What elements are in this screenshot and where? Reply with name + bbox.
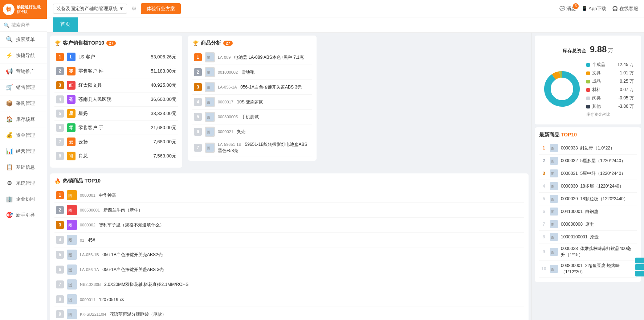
product-scroll-list: 1 图 LA-089 电池盖 LA-089 ABS本色+黑种 7.1克 2 图 … [192, 50, 312, 156]
sidebar-logo: 畅 畅捷通好生意 标准版 [0, 0, 47, 19]
product-scroll-badge: 27 [223, 41, 233, 46]
product-scroll-card: 🏆 商品分析 27 1 图 LA-089 电池盖 LA-089 ABS本色+黑种… [188, 36, 317, 161]
product-info: NB2.0X30B 2.0X30MM双搓花轴.搓花直径2.1MM/ROHS [80, 282, 523, 288]
online-service-button[interactable]: 🎧 在线客服 [612, 5, 638, 12]
newest-product-info: 10000100001 原壶 [561, 234, 635, 240]
newest-product-item: 2 图 0000032 5厘多层（1220*2440） [539, 155, 637, 167]
customer-amount: 36,600.00元 [151, 96, 176, 103]
sidebar-item-guide[interactable]: 🎯新手引导 [0, 207, 47, 223]
legend-item: 肉类 -0.05 万 [586, 95, 634, 101]
product-name: 新西兰牛肉（新牛） [103, 208, 143, 213]
product-image: 图 [205, 112, 215, 122]
customer-rank-item: 2 零 零售客户·许 51,183.00元 [54, 64, 178, 78]
sidebar-item-enterprise[interactable]: 🏢企业协同 [0, 191, 47, 207]
newest-product-item: 6 图 004100001 白钢垫 [539, 205, 637, 218]
product-info: 0000017 10S 变刷罗浆 [218, 99, 311, 105]
trophy-icon: 🏆 [54, 40, 61, 46]
menu-label-search: 搜索菜单 [16, 36, 35, 43]
customer-rank-item: 7 云 云扬 7,680.00元 [54, 135, 178, 149]
product-code: LA-056-1A [218, 85, 237, 89]
customer-ranking-card: 🏆 客户销售额TOP10 27 1 L LS 客户 53,006.26元 2 零… [50, 36, 182, 168]
product-info: LA-056-1A 056-1A白色按键开关盖ABS 3壳 [80, 267, 523, 273]
product-image: 图 [205, 127, 215, 137]
newest-product-image: 图 [550, 208, 558, 216]
product-code: 0000017 [218, 100, 233, 104]
svg-text:图: 图 [68, 208, 72, 213]
product-code: 01 [80, 238, 84, 242]
newest-rank: 7 [541, 222, 547, 227]
sidebar-item-basic-info[interactable]: 📋基础信息 [0, 159, 47, 175]
rank-number: 8 [56, 152, 64, 160]
live-btn[interactable]: 直播 [635, 271, 644, 276]
menu-label-basic-info: 基础信息 [16, 164, 35, 171]
menu-icon-sales: 🛒 [6, 84, 13, 91]
sidebar-item-sales[interactable]: 🛒销售管理 [0, 79, 47, 95]
newest-product-image: 图 [550, 157, 558, 165]
sidebar-item-quick-nav[interactable]: ⚡快捷导航 [0, 48, 47, 63]
product-scroll-item: 4 图 0000017 10S 变刷罗浆 [192, 95, 312, 110]
rank-number: 6 [194, 128, 202, 136]
legend-dot [586, 80, 590, 83]
menu-label-quick-nav: 快捷导航 [16, 52, 35, 59]
system-selector[interactable]: 装备及固定资产辅助管理系统 ▼ [53, 4, 127, 14]
community-btn[interactable]: 服务社区 [635, 264, 644, 270]
product-name: 雪地靴 [241, 70, 254, 75]
system-name: 装备及固定资产辅助管理系统 [56, 5, 118, 12]
search-menu[interactable]: 🔍 搜索菜单 [0, 19, 47, 32]
svg-text:图: 图 [68, 268, 72, 272]
product-image: 图 [67, 220, 77, 230]
product-name: 2.0X30MM双搓花轴.搓花直径2.1MM/ROHS [104, 282, 188, 287]
product-image: 图 [67, 235, 77, 245]
newest-rank: 3 [541, 171, 547, 176]
sidebar-item-system[interactable]: ⚙系统管理 [0, 175, 47, 191]
customer-amount: 53,006.26元 [151, 54, 176, 60]
product-code: 000800005 [218, 115, 238, 119]
customer-avatar: 零 [67, 123, 76, 132]
menu-icon-purchase: 📦 [6, 100, 13, 107]
settings-icon[interactable]: ⚙ [131, 5, 136, 12]
sidebar-item-marketing[interactable]: 📢营销推广 [0, 63, 47, 79]
rank-number: 8 [56, 295, 64, 303]
donut-chart [542, 69, 582, 110]
customer-rank-item: 3 红 红太阳文具 40,925.00元 [54, 78, 178, 93]
sidebar-item-purchase[interactable]: 📦采购管理 [0, 95, 47, 111]
svg-text:图: 图 [207, 100, 210, 104]
sidebar-item-search[interactable]: 🔍搜索菜单 [0, 32, 47, 48]
newest-product-image: 图 [550, 144, 558, 152]
newest-product-item: 8 图 10000100001 原壶 [539, 231, 637, 243]
newest-rank: 4 [541, 184, 547, 189]
product-scroll-item: 3 图 LA-056-1A 056-1A白色按键开关盖ABS 3壳 [192, 80, 312, 95]
legend-value: 12.45 万 [617, 62, 634, 68]
legend-item: 半成品 12.45 万 [586, 62, 634, 68]
customer-amount: 51,183.00元 [151, 68, 176, 74]
tab-home[interactable]: 首页 [53, 17, 78, 32]
customer-avatar: 肖 [67, 152, 76, 160]
hot-products-label: 热销商品 TOP10 [63, 178, 101, 184]
newest-product-info: 004100001 白钢垫 [561, 209, 635, 215]
sidebar-item-operations[interactable]: 📊经营管理 [0, 143, 47, 159]
svg-text:图: 图 [551, 210, 554, 214]
messages-button[interactable]: 💬 消息 6 [559, 5, 576, 12]
customer-service-btn[interactable]: 客服热线 [635, 258, 644, 263]
sidebar-item-inventory[interactable]: 🏠库存核算 [0, 111, 47, 127]
product-code: 000500001 [80, 208, 100, 212]
customer-rank-item: 8 肖 肖总 7,563.00元 [54, 149, 178, 163]
svg-text:图: 图 [68, 238, 72, 242]
legend-dot [586, 105, 590, 108]
product-scroll-label: 商品分析 [201, 40, 221, 46]
newest-rank: 8 [541, 234, 547, 239]
float-service: 客服热线 服务社区 直播 [635, 258, 644, 276]
legend-dot [586, 63, 590, 67]
menu-icon-marketing: 📢 [6, 68, 13, 75]
menu-label-finance: 资金管理 [16, 132, 35, 139]
trial-button[interactable]: 体验行业方案 [141, 3, 181, 14]
topbar: 装备及固定资产辅助管理系统 ▼ ⚙ 体验行业方案 💬 消息 6 📱 App下载 … [47, 0, 644, 17]
sidebar-item-finance[interactable]: 💰资金管理 [0, 127, 47, 143]
svg-text:图: 图 [551, 185, 554, 188]
product-image: 图 [67, 205, 77, 215]
rank-number: 2 [56, 206, 64, 214]
svg-text:图: 图 [68, 283, 72, 287]
right-panel: 库存总资金 9.88 万 [531, 33, 644, 320]
app-download-button[interactable]: 📱 App下载 [582, 5, 606, 12]
fire-icon: 🔥 [54, 178, 61, 184]
